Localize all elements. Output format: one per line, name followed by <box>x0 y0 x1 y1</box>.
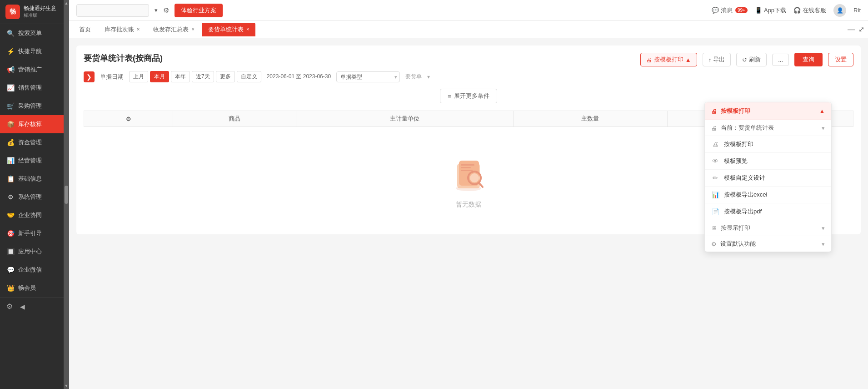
default-func-label-wrapper: ⚙ 设置默认功能 <box>711 240 756 248</box>
export-btn[interactable]: ↑ 导出 <box>703 53 731 66</box>
sidebar-item-member[interactable]: 👑 畅会员 <box>0 279 64 297</box>
template-design-icon: ✏ <box>711 174 719 182</box>
sidebar: 畅 畅捷通好生意 标准版 🔍 搜索菜单 ⚡ 快捷导航 📢 营销推广 📈 销售管理… <box>0 0 64 389</box>
query-btn[interactable]: 查询 <box>794 53 823 66</box>
logo-title: 畅捷通好生意 <box>24 5 56 12</box>
scroll-up-btn[interactable]: ▲ <box>65 1 69 5</box>
print-chevron-up: ▲ <box>685 56 691 63</box>
display-print-chevron: ▾ <box>822 225 825 232</box>
page-content: 要货单统计表(按商品) 🖨 按模板打印 ▲ ↑ 导出 ↺ 刷新 ... <box>69 38 868 389</box>
dropdown-header-label: 按模板打印 <box>721 107 750 115</box>
filter-row: ❯ 单据日期 上月 本月 本年 近7天 更多 自定义 2023-06-01 至 … <box>84 71 853 82</box>
sidebar-scrollbar[interactable]: ▲ ▼ <box>64 0 69 389</box>
sidebar-item-newbie[interactable]: 🎯 新手引导 <box>0 224 64 242</box>
search-icon: 🔍 <box>6 30 15 37</box>
print-template-btn[interactable]: 🖨 按模板打印 ▲ <box>640 53 697 66</box>
tab-batch[interactable]: 库存批次账 × <box>98 23 146 36</box>
tab-batch-close[interactable]: × <box>137 27 140 32</box>
prev-month-btn[interactable]: 上月 <box>129 71 148 82</box>
dropdown-item-template-excel[interactable]: 📊 按模板导出excel <box>705 187 831 203</box>
avatar[interactable]: 👤 <box>833 4 846 17</box>
message-badge: 99+ <box>735 7 748 13</box>
system-icon: ⚙ <box>6 193 15 201</box>
display-print-label-wrapper: 🖥 按显示打印 <box>711 224 750 232</box>
purchase-icon: 🛒 <box>6 102 15 110</box>
curr-year-btn[interactable]: 本年 <box>171 71 190 82</box>
week7-btn[interactable]: 近7天 <box>192 71 214 82</box>
sidebar-item-inventory[interactable]: 📦 库存核算 <box>0 115 64 133</box>
tab-home[interactable]: 首页 <box>73 23 97 36</box>
dropdown-header[interactable]: 🖨 按模板打印 ▲ <box>705 102 831 120</box>
dropdown-item-template-preview[interactable]: 👁 模板预览 <box>705 153 831 170</box>
refresh-btn[interactable]: ↺ 刷新 <box>736 53 767 66</box>
scroll-down-btn[interactable]: ▼ <box>65 384 69 388</box>
header-dropdown-btn[interactable]: ▾ <box>155 7 158 14</box>
toolbar-right: 🖨 按模板打印 ▲ ↑ 导出 ↺ 刷新 ... 查询 设置 <box>640 53 853 66</box>
tab-collection[interactable]: 收发存汇总表 × <box>147 23 200 36</box>
more-btn[interactable]: ... <box>772 54 789 66</box>
display-print-item[interactable]: 🖥 按显示打印 ▾ <box>705 220 831 236</box>
dropdown-item-template-design[interactable]: ✏ 模板自定义设计 <box>705 170 831 187</box>
template-preview-icon: 👁 <box>711 157 719 165</box>
template-excel-icon: 📊 <box>711 191 719 198</box>
col-gear[interactable]: ⚙ <box>84 111 173 127</box>
tab-collection-close[interactable]: × <box>191 27 194 32</box>
filter-expand-btn[interactable]: ❯ <box>84 71 95 82</box>
headset-icon: 🎧 <box>793 7 801 14</box>
sidebar-item-label: 基础信息 <box>18 175 42 183</box>
curr-month-btn[interactable]: 本月 <box>150 71 169 82</box>
sidebar-item-system[interactable]: ⚙ 系统管理 <box>0 188 64 206</box>
app-download-item[interactable]: 📱 App下载 <box>755 6 786 15</box>
tab-expand-btn[interactable]: ⤢ <box>858 25 864 34</box>
settings-gear-icon[interactable]: ⚙ <box>163 6 169 15</box>
sidebar-collapse-icon[interactable]: ◀ <box>20 303 25 310</box>
sidebar-item-label: 企业微信 <box>18 266 42 274</box>
settings-btn[interactable]: 设置 <box>828 53 853 66</box>
sidebar-settings-icon[interactable]: ⚙ <box>6 302 13 311</box>
tab-bar: 首页 库存批次账 × 收发存汇总表 × 要货单统计表 × — ⤢ <box>69 21 868 38</box>
header-search-input[interactable] <box>76 4 149 17</box>
finance-icon: 💰 <box>6 139 15 146</box>
order-type-label: 要货单 <box>405 73 422 81</box>
tab-batch-label: 库存批次账 <box>105 25 134 34</box>
sidebar-item-operations[interactable]: 📊 经营管理 <box>0 152 64 170</box>
tab-order-stats-close[interactable]: × <box>246 27 249 32</box>
default-func-item[interactable]: ⚙ 设置默认功能 ▾ <box>705 236 831 252</box>
sidebar-item-label: 新手引导 <box>18 229 42 237</box>
sales-icon: 📈 <box>6 84 15 91</box>
template-pdf-label: 按模板导出pdf <box>724 207 762 216</box>
more-date-btn[interactable]: 更多 <box>216 71 235 82</box>
app-download-label: App下载 <box>764 6 786 15</box>
print-dropdown-menu: 🖨 按模板打印 ▲ 🖨 当前：要货单统计表 ▾ 🖨 按模板打印 👁 <box>704 102 832 252</box>
industry-btn[interactable]: 体验行业方案 <box>175 4 223 17</box>
logo-subtitle: 标准版 <box>24 12 56 19</box>
empty-text: 暂无数据 <box>456 201 481 209</box>
sidebar-item-collab[interactable]: 🤝 企业协同 <box>0 206 64 224</box>
sidebar-item-search[interactable]: 🔍 搜索菜单 <box>0 24 64 42</box>
expand-icon: ≡ <box>448 93 451 100</box>
apps-icon: 🔲 <box>6 248 15 255</box>
svg-point-7 <box>470 173 479 182</box>
message-item[interactable]: 💬 消息 99+ <box>712 6 748 15</box>
current-template-item[interactable]: 🖨 当前：要货单统计表 ▾ <box>705 120 831 136</box>
dropdown-close-chevron[interactable]: ▲ <box>819 108 825 114</box>
sidebar-item-wechat[interactable]: 💬 企业微信 <box>0 261 64 279</box>
tab-order-stats[interactable]: 要货单统计表 × <box>202 23 255 36</box>
more-filters-btn[interactable]: ≡ 展开更多条件 <box>440 89 497 103</box>
custom-date-btn[interactable]: 自定义 <box>237 71 261 82</box>
sidebar-item-apps[interactable]: 🔲 应用中心 <box>0 242 64 261</box>
username-label: Rit <box>853 7 861 14</box>
sidebar-item-marketing[interactable]: 📢 营销推广 <box>0 61 64 79</box>
dropdown-item-template-pdf[interactable]: 📄 按模板导出pdf <box>705 203 831 220</box>
sidebar-item-finance[interactable]: 💰 资金管理 <box>0 133 64 152</box>
doc-type-select[interactable]: 单据类型 <box>336 71 400 82</box>
sidebar-item-purchase[interactable]: 🛒 采购管理 <box>0 97 64 115</box>
sidebar-item-sales[interactable]: 📈 销售管理 <box>0 79 64 97</box>
dropdown-item-template-print[interactable]: 🖨 按模板打印 <box>705 136 831 153</box>
date-range-display: 2023-06-01 至 2023-06-30 <box>267 73 331 81</box>
tab-minimize-btn[interactable]: — <box>848 25 855 34</box>
online-service-item[interactable]: 🎧 在线客服 <box>793 6 826 15</box>
sidebar-item-basic[interactable]: 📋 基础信息 <box>0 170 64 188</box>
current-template-label: 当前：要货单统计表 <box>721 124 774 132</box>
sidebar-item-quicknav[interactable]: ⚡ 快捷导航 <box>0 42 64 61</box>
